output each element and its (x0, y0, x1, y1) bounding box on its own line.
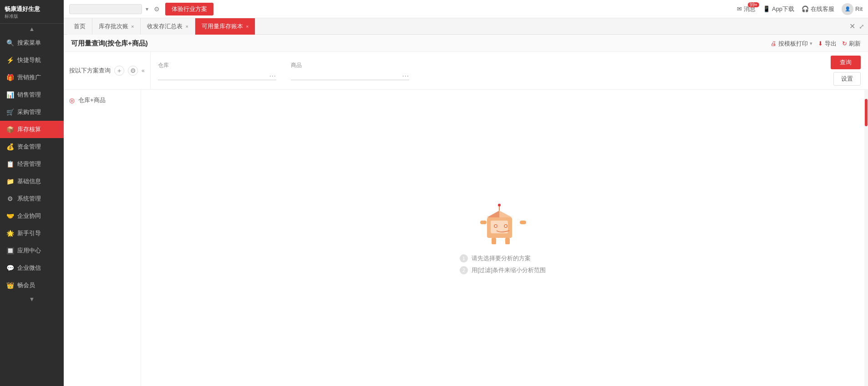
sidebar-item-system[interactable]: ⚙ 系统管理 (0, 190, 64, 207)
user-menu[interactable]: 👤 Rit (842, 3, 863, 15)
goods-input[interactable] (291, 71, 400, 77)
topbar: ▾ ⚙ 体验行业方案 ✉ 消息 99+ 📱 App下载 🎧 在线客服 👤 Rit (64, 0, 868, 18)
close-tab-recv-summary[interactable]: × (185, 24, 188, 29)
left-scheme-panel: ◎ 仓库+商品 (64, 90, 141, 386)
sidebar-item-wechat[interactable]: 💬 企业微信 (0, 259, 64, 277)
scroll-thumb[interactable] (865, 99, 868, 126)
svg-point-5 (505, 225, 507, 227)
svg-rect-6 (492, 238, 496, 244)
tabs-controls: ✕ ⤢ (849, 22, 864, 31)
refresh-button[interactable]: ↻ 刷新 (842, 40, 861, 48)
goods-dots[interactable]: … (402, 70, 409, 78)
query-button[interactable]: 查询 (831, 56, 861, 69)
online-service-button[interactable]: 🎧 在线客服 (802, 5, 834, 13)
svg-rect-9 (520, 221, 526, 224)
handshake-icon: 🤝 (6, 212, 14, 220)
query-actions: 查询 设置 (831, 56, 861, 86)
sidebar-item-basic[interactable]: 📁 基础信息 (0, 173, 64, 190)
sidebar-item-sales[interactable]: 📊 销售管理 (0, 86, 64, 103)
print-button[interactable]: 🖨 按模板打印 ▾ (771, 40, 812, 48)
robot-svg (476, 201, 530, 247)
message-button[interactable]: ✉ 消息 99+ (737, 5, 756, 13)
search-input[interactable] (69, 4, 142, 14)
close-tab-available-stock[interactable]: × (246, 24, 249, 29)
filter-left-panel: 按以下方案查询 + ⚙ « (64, 52, 151, 89)
tip-num-2: 2 (460, 266, 468, 274)
tab-recv-summary[interactable]: 收发存汇总表 × (141, 18, 195, 35)
crown-icon: 👑 (6, 282, 14, 289)
avatar: 👤 (842, 3, 853, 15)
money-icon: 💰 (6, 143, 14, 150)
filter-label: 按以下方案查询 (69, 67, 111, 75)
chevron-down-icon[interactable]: ▾ (146, 6, 148, 12)
empty-illustration (476, 201, 530, 247)
sidebar-version: 标准版 (5, 13, 59, 20)
sidebar-scroll-down[interactable]: ▼ (0, 294, 64, 304)
empty-tips: 1 请先选择要分析的方案 2 用[过滤]条件来缩小分析范围 (460, 254, 546, 274)
page-header: 可用量查询(按仓库+商品) 🖨 按模板打印 ▾ ⬇ 导出 ↻ 刷新 (64, 35, 868, 52)
sidebar-item-finance[interactable]: 💰 资金管理 (0, 138, 64, 155)
tab-batch-account[interactable]: 库存批次账 × (92, 18, 141, 35)
page-title: 可用量查询(按仓库+商品) (71, 39, 148, 48)
empty-tip-2: 2 用[过滤]条件来缩小分析范围 (460, 266, 546, 274)
tabs-close-all-icon[interactable]: ✕ (849, 22, 855, 31)
goods-input-row: … (291, 70, 409, 80)
sidebar-item-guide[interactable]: 🌟 新手引导 (0, 225, 64, 242)
filter-right-panel: 仓库 … 商品 … 查询 设置 (151, 52, 868, 89)
star-icon: 🌟 (6, 230, 14, 237)
sidebar-header: 畅康通好生意 标准版 (0, 0, 64, 24)
tip-num-1: 1 (460, 254, 468, 262)
svg-rect-8 (480, 221, 487, 224)
warehouse-field: 仓库 … (158, 62, 276, 80)
tab-available-stock[interactable]: 可用量库存账本 × (195, 18, 255, 35)
headset-icon: 🎧 (802, 5, 809, 12)
message-badge: 99+ (748, 2, 759, 7)
sidebar-item-purchase[interactable]: 🛒 采购管理 (0, 103, 64, 121)
goods-label: 商品 (291, 62, 409, 69)
tabs-expand-icon[interactable]: ⤢ (859, 23, 864, 30)
warehouse-input-row: … (158, 70, 276, 80)
tab-home[interactable]: 首页 (67, 18, 92, 35)
phone-icon: 📱 (763, 5, 770, 12)
lightning-icon: ⚡ (6, 57, 14, 64)
page-actions: 🖨 按模板打印 ▾ ⬇ 导出 ↻ 刷新 (771, 40, 861, 48)
sidebar-item-member[interactable]: 👑 畅会员 (0, 277, 64, 294)
sidebar-item-marketing[interactable]: 🎁 营销推广 (0, 69, 64, 86)
main-area: ▾ ⚙ 体验行业方案 ✉ 消息 99+ 📱 App下载 🎧 在线客服 👤 Rit (64, 0, 868, 386)
scheme-item-warehouse-goods[interactable]: ◎ 仓库+商品 (64, 93, 141, 107)
right-scrollbar[interactable] (864, 90, 868, 386)
sidebar-item-search[interactable]: 🔍 搜索菜单 (0, 34, 64, 51)
sidebar-item-shortcut[interactable]: ⚡ 快捷导航 (0, 51, 64, 69)
topbar-gear-icon[interactable]: ⚙ (154, 5, 160, 13)
sidebar-item-enterprise[interactable]: 🤝 企业协同 (0, 207, 64, 225)
filter-collapse-button[interactable]: « (142, 67, 145, 74)
export-icon: ⬇ (818, 40, 823, 47)
export-button[interactable]: ⬇ 导出 (818, 40, 837, 48)
close-tab-batch-account[interactable]: × (131, 24, 134, 29)
filter-add-button[interactable]: + (114, 66, 124, 76)
scheme-icon: ◎ (69, 97, 75, 104)
topbar-right: ✉ 消息 99+ 📱 App下载 🎧 在线客服 👤 Rit (737, 3, 863, 15)
sidebar-item-operation[interactable]: 📋 经营管理 (0, 155, 64, 173)
sidebar-item-apps[interactable]: 🔲 应用中心 (0, 242, 64, 259)
search-icon: 🔍 (6, 39, 14, 46)
gear-icon: ⚙ (6, 195, 14, 202)
sidebar-scroll-up[interactable]: ▲ (0, 24, 64, 34)
clipboard-icon: 📋 (6, 160, 14, 168)
filter-settings-button[interactable]: ⚙ (128, 66, 138, 76)
print-icon: 🖨 (771, 40, 777, 47)
folder-icon: 📁 (6, 178, 14, 185)
cart-icon: 🛒 (6, 108, 14, 116)
industry-solution-button[interactable]: 体验行业方案 (165, 3, 213, 15)
page-content: 可用量查询(按仓库+商品) 🖨 按模板打印 ▾ ⬇ 导出 ↻ 刷新 (64, 35, 868, 386)
warehouse-label: 仓库 (158, 62, 276, 69)
svg-point-4 (495, 225, 497, 227)
settings-button[interactable]: 设置 (833, 72, 861, 86)
warehouse-dots[interactable]: … (269, 70, 276, 78)
warehouse-input[interactable] (158, 71, 267, 77)
grid-icon: 🔲 (6, 247, 14, 254)
sidebar-item-inventory[interactable]: 📦 库存核算 (0, 121, 64, 138)
print-chevron-icon[interactable]: ▾ (810, 41, 812, 46)
svg-point-11 (498, 204, 501, 206)
app-download-button[interactable]: 📱 App下载 (763, 5, 794, 13)
